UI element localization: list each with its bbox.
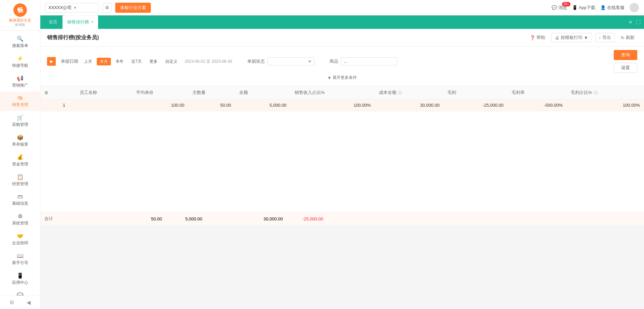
date-btn-本年[interactable]: 本年	[113, 58, 127, 65]
date-btn-自定义[interactable]: 自定义	[162, 58, 180, 65]
col-cost: 成本全额 ⓘ	[375, 86, 444, 99]
marketing-label: 营销推广	[12, 83, 28, 88]
sidebar-item-purchase[interactable]: 🛒 采购管理	[0, 111, 40, 131]
sidebar-item-quick-nav[interactable]: ⚡ 快捷导航	[0, 52, 40, 72]
inventory-label: 库存核算	[12, 142, 28, 147]
print-btn[interactable]: 🖨 按模板打印 ▼	[551, 33, 592, 42]
main-area: XXXXX公司 ▼ ⚙ 体验行业方案 💬 消息 99+ 📱 App下载 👤 在线…	[40, 0, 644, 309]
avatar[interactable]	[630, 3, 639, 12]
download-icon: 📱	[572, 5, 577, 10]
profit-pct-info-icon[interactable]: ⓘ	[594, 91, 598, 95]
footer-quantity: 50.00	[135, 216, 162, 221]
filter-toggle-btn[interactable]: ▶	[47, 57, 56, 66]
sidebar-item-wechat[interactable]: 💬 企业微信	[0, 289, 40, 296]
date-btn-本月[interactable]: 本月	[97, 58, 111, 65]
page-content: 销售排行榜(按业务员) ❓ 帮助 🖨 按模板打印 ▼ ↑ 导出 ↻ 刷新	[40, 29, 644, 309]
expand-btn[interactable]: ▼ 展开更多条件	[328, 75, 357, 81]
table-head: ⚙ 员工名称 平均单价 主数量 全额 销售收入占比% 成本全额 ⓘ 毛利 毛利率…	[40, 86, 644, 99]
message-badge: 99+	[562, 2, 570, 6]
date-btn-近7天[interactable]: 近7天	[128, 58, 145, 65]
col-avg-price: 平均单价	[132, 86, 188, 99]
footer-amount: 5,000.00	[169, 216, 202, 221]
date-btn-上月[interactable]: 上月	[81, 58, 95, 65]
maximize-icon[interactable]: ⛶	[636, 19, 641, 25]
app-center-label: 应用中心	[12, 280, 28, 286]
sidebar-item-collab[interactable]: 🤝 企业协同	[0, 229, 40, 249]
page-header: 销售排行榜(按业务员) ❓ 帮助 🖨 按模板打印 ▼ ↑ 导出 ↻ 刷新	[40, 29, 644, 47]
message-btn[interactable]: 💬 消息 99+	[552, 5, 567, 11]
sidebar-item-marketing[interactable]: 📢 营销推广	[0, 72, 40, 92]
tab-home[interactable]: 首页	[44, 15, 62, 29]
topbar-right: 💬 消息 99+ 📱 App下载 👤 在线客服	[552, 3, 639, 12]
close-window-icon[interactable]: ✕	[629, 19, 633, 25]
company-selector[interactable]: XXXXX公司 ▼	[45, 3, 99, 12]
sidebar-bottom: ⚙ ◀	[0, 296, 40, 309]
sidebar-item-inventory[interactable]: 📦 库存核算	[0, 131, 40, 151]
sidebar-item-search[interactable]: 🔍 搜索菜单	[0, 32, 40, 52]
wechat-icon: 💬	[17, 292, 24, 296]
col-profit-pct: 毛利占比% ⓘ	[567, 86, 644, 99]
basic-info-icon: 🗃	[17, 194, 23, 200]
online-service-btn[interactable]: 👤 在线客服	[600, 5, 625, 11]
sidebar-item-app-center[interactable]: 📱 应用中心	[0, 269, 40, 289]
query-btn[interactable]: 查询	[614, 50, 637, 60]
sidebar-item-guide[interactable]: 📖 新手引导	[0, 249, 40, 269]
date-btn-更多[interactable]: 更多	[146, 58, 161, 65]
service-icon: 👤	[600, 5, 606, 10]
tab-label: 销售排行榜	[67, 19, 89, 25]
row-profit-pct: 100.00%	[567, 99, 644, 111]
help-btn[interactable]: ❓ 帮助	[527, 33, 548, 42]
table-container: ⚙ 员工名称 平均单价 主数量 全额 销售收入占比% 成本全额 ⓘ 毛利 毛利率…	[40, 86, 644, 111]
help-icon: ❓	[530, 35, 535, 40]
sales-icon: 🛍	[17, 95, 23, 101]
refresh-icon: ↻	[621, 35, 625, 40]
quick-nav-label: 快捷导航	[12, 63, 28, 68]
system-label: 系统管理	[12, 220, 28, 226]
company-settings-icon[interactable]: ⚙	[102, 3, 112, 12]
industry-btn[interactable]: 体验行业方案	[115, 3, 151, 13]
row-quantity: 50.00	[188, 99, 235, 111]
finance-icon: 💰	[17, 154, 24, 160]
sidebar-item-finance[interactable]: 💰 资金管理	[0, 151, 40, 170]
quick-nav-icon: ⚡	[17, 55, 24, 62]
col-profit: 毛利	[443, 86, 507, 99]
sidebar-item-sales[interactable]: 🛍 销售管理	[0, 92, 40, 111]
table-header-row: ⚙ 员工名称 平均单价 主数量 全额 销售收入占比% 成本全额 ⓘ 毛利 毛利率…	[40, 86, 644, 99]
cost-info-icon[interactable]: ⓘ	[398, 91, 402, 95]
row-cost: 30,000.00	[375, 99, 444, 111]
status-select[interactable]	[267, 57, 314, 65]
tab-sales-ranking[interactable]: 销售排行榜 ×	[62, 15, 98, 29]
col-name: 员工名称	[76, 86, 132, 99]
settings-bottom-icon[interactable]: ⚙	[9, 299, 14, 306]
page-actions: ❓ 帮助 🖨 按模板打印 ▼ ↑ 导出 ↻ 刷新	[527, 33, 637, 42]
goods-input[interactable]	[341, 57, 397, 65]
app-download-label: App下载	[579, 5, 595, 11]
collapse-icon[interactable]: ◀	[27, 299, 31, 306]
sidebar-item-basic-info[interactable]: 🗃 基础信息	[0, 190, 40, 210]
expand-label: 展开更多条件	[333, 75, 357, 81]
date-label: 单据日期	[61, 58, 78, 64]
date-filter: 单据日期 上月本月本年近7天更多自定义 2023-06-01 至 2023-06…	[61, 58, 232, 65]
online-service-label: 在线客服	[607, 5, 625, 11]
sidebar-item-system[interactable]: ⚙ 系统管理	[0, 210, 40, 229]
collab-icon: 🤝	[17, 233, 24, 239]
collab-label: 企业协同	[12, 240, 28, 246]
table-empty-area	[40, 111, 644, 212]
settings-btn[interactable]: 设置	[614, 63, 637, 73]
app-download-btn[interactable]: 📱 App下载	[572, 5, 595, 11]
purchase-label: 采购管理	[12, 122, 28, 127]
table-body: 1 100.00 50.00 5,000.00 100.00% 30,000.0…	[40, 99, 644, 111]
search-icon: 🔍	[17, 36, 24, 42]
tabbar-right: ✕ ⛶	[629, 19, 641, 25]
export-btn[interactable]: ↑ 导出	[595, 33, 615, 42]
finance-label: 资金管理	[12, 161, 28, 167]
tabbar: 首页 销售排行榜 × ✕ ⛶	[40, 15, 644, 29]
sidebar-menu: 🔍 搜索菜单 ⚡ 快捷导航 📢 营销推广 🛍 销售管理 🛒 采购管理 📦 库存核…	[0, 31, 40, 296]
refresh-btn[interactable]: ↻ 刷新	[618, 33, 637, 42]
sidebar-item-operation[interactable]: 📋 经营管理	[0, 170, 40, 190]
operation-icon: 📋	[17, 174, 24, 180]
footer-label: 合计	[44, 216, 54, 222]
row-profit-rate: -500.00%	[508, 99, 567, 111]
expand-icon: ▼	[328, 75, 332, 80]
tab-close-icon[interactable]: ×	[91, 20, 93, 24]
